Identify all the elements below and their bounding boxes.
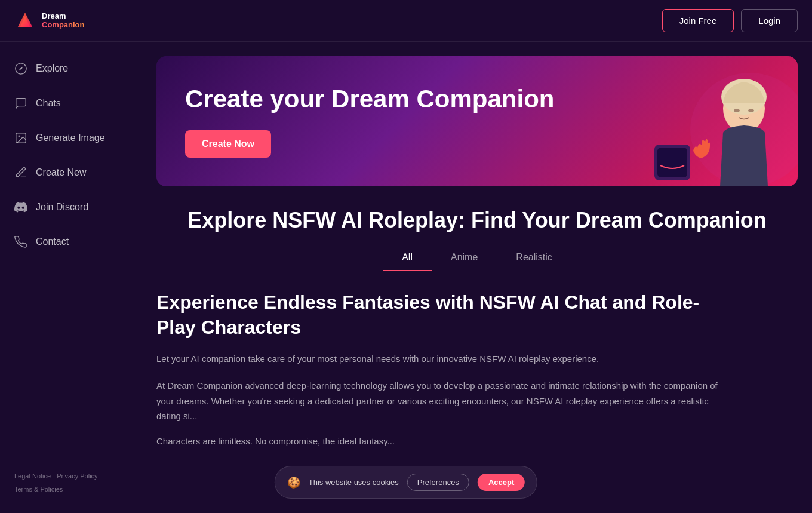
svg-point-9 — [734, 109, 740, 112]
sidebar-item-chats[interactable]: Chats — [0, 86, 142, 121]
sidebar-explore-label: Explore — [36, 63, 68, 74]
svg-point-5 — [18, 135, 20, 137]
sidebar-chats-label: Chats — [36, 98, 61, 109]
logo-icon — [14, 10, 36, 32]
header: Dream Companion Join Free Login — [0, 0, 812, 42]
create-now-button[interactable]: Create Now — [185, 130, 271, 158]
cookie-text: This website uses cookies — [309, 478, 399, 487]
main-content: Create your Dream Companion Create Now — [142, 42, 812, 513]
discord-icon — [14, 201, 27, 214]
sidebar-item-explore[interactable]: Explore — [0, 51, 142, 86]
svg-point-10 — [748, 109, 754, 112]
hero-banner: Create your Dream Companion Create Now — [156, 56, 798, 186]
sidebar-create-label: Create New — [36, 167, 86, 178]
sidebar-item-contact[interactable]: Contact — [0, 225, 142, 259]
terms-policies-link[interactable]: Terms & Policies — [14, 486, 63, 493]
header-buttons: Join Free Login — [662, 9, 798, 32]
content-section: Experience Endless Fantasies with NSFW A… — [156, 290, 724, 449]
content-main-title: Experience Endless Fantasies with NSFW A… — [156, 290, 724, 340]
sidebar-item-create-new[interactable]: Create New — [0, 155, 142, 190]
tab-all[interactable]: All — [383, 245, 432, 271]
logo-text: Dream Companion — [42, 12, 85, 29]
hero-title: Create your Dream Companion — [185, 85, 554, 113]
hero-text: Create your Dream Companion Create Now — [185, 85, 554, 158]
compass-icon — [14, 62, 27, 75]
create-icon — [14, 166, 27, 179]
logo[interactable]: Dream Companion — [14, 10, 85, 32]
tabs-row: All Anime Realistic — [156, 245, 798, 271]
content-body: At Dream Companion advanced deep-learnin… — [156, 378, 724, 424]
sidebar-contact-label: Contact — [36, 236, 69, 247]
contact-icon — [14, 235, 27, 248]
login-button[interactable]: Login — [741, 9, 798, 32]
content-subtitle: Let your AI companion take care of your … — [156, 352, 724, 366]
sidebar-item-join-discord[interactable]: Join Discord — [0, 190, 142, 225]
sidebar-generate-label: Generate Image — [36, 133, 105, 143]
preferences-button[interactable]: Preferences — [407, 474, 469, 491]
image-icon — [14, 131, 27, 145]
privacy-policy-link[interactable]: Privacy Policy — [57, 472, 97, 480]
footer-links: Legal Notice Privacy Policy — [14, 472, 127, 480]
cookie-icon: 🍪 — [287, 476, 300, 489]
sidebar-footer: Legal Notice Privacy Policy Terms & Poli… — [0, 463, 142, 503]
legal-notice-link[interactable]: Legal Notice — [14, 472, 51, 480]
sidebar-item-generate-image[interactable]: Generate Image — [0, 121, 142, 155]
tab-anime[interactable]: Anime — [432, 245, 497, 271]
accept-button[interactable]: Accept — [478, 474, 525, 491]
cookie-banner: 🍪 This website uses cookies Preferences … — [275, 466, 537, 499]
chat-icon — [14, 97, 27, 110]
svg-marker-3 — [19, 66, 23, 70]
explore-section-heading: Explore NSFW AI Roleplay: Find Your Drea… — [156, 208, 798, 233]
sidebar-discord-label: Join Discord — [36, 202, 88, 213]
join-free-button[interactable]: Join Free — [662, 9, 734, 32]
logo-dream-text: Dream — [42, 12, 85, 20]
logo-companion-text: Companion — [42, 21, 85, 29]
svg-rect-12 — [657, 148, 687, 177]
sidebar: Explore Chats Generate Image Create New … — [0, 42, 142, 513]
hero-character-illustration — [607, 73, 798, 186]
tab-realistic[interactable]: Realistic — [497, 245, 571, 271]
content-body2: Characters are limitless. No compromise,… — [156, 434, 724, 449]
